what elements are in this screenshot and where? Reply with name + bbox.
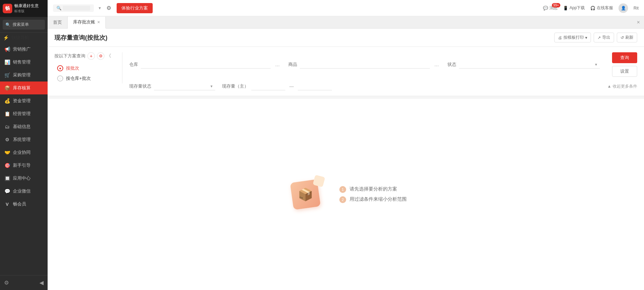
search-icon: 🔍 bbox=[5, 22, 11, 27]
sidebar-item-purchase[interactable]: 🛒 采购管理 bbox=[0, 69, 48, 81]
sidebar-item-newbie[interactable]: 🎯 新手引导 bbox=[0, 159, 48, 172]
page-header: 现存量查询(按批次) 🖨 按模板打印 ▾ ↗ 导出 ↺ 刷新 bbox=[48, 29, 644, 47]
user-avatar: 👤 bbox=[618, 3, 628, 13]
topbar-search[interactable]: 🔍 bbox=[53, 4, 94, 12]
sidebar-header: 畅 畅康通好生意 标准版 bbox=[0, 0, 48, 17]
empty-state: 📦 1 请先选择要分析的方案 2 用过滤条件来缩小分析范围 bbox=[48, 99, 644, 290]
experience-button[interactable]: 体验行业方案 bbox=[117, 3, 153, 13]
filter-panel: 按以下方案查询 + ⚙ 《 ● 按批次 ○ bbox=[48, 47, 644, 96]
operations-icon: 📋 bbox=[4, 111, 10, 117]
sidebar-item-inventory[interactable]: 📦 库存核算 bbox=[0, 81, 48, 94]
message-icon: 💬 bbox=[543, 6, 548, 11]
scheme-warehouse-icon: ○ bbox=[57, 75, 63, 81]
filter-actions: 查询 设置 bbox=[607, 52, 637, 77]
inventory-qty-to-input[interactable] bbox=[298, 82, 332, 90]
sidebar-item-marketing[interactable]: 📢 营销推广 bbox=[0, 43, 48, 56]
messages-badge: 99+ bbox=[552, 3, 560, 7]
refresh-icon: ↺ bbox=[621, 35, 624, 40]
sidebar-item-system[interactable]: ⚙ 系统管理 bbox=[0, 133, 48, 146]
filter-fields-row-2: 现存量状态 ▾ 现存量（主） — bbox=[129, 81, 637, 90]
settings-icon: ⚙ bbox=[4, 280, 9, 286]
add-scheme-button[interactable]: + bbox=[87, 52, 95, 60]
marketing-icon: 📢 bbox=[4, 46, 10, 52]
filter-field-status: 状态 ▾ bbox=[447, 61, 600, 69]
gear-icon: ⚙ bbox=[106, 5, 111, 11]
refresh-button[interactable]: ↺ 刷新 bbox=[617, 33, 637, 42]
page-header-actions: 🖨 按模板打印 ▾ ↗ 导出 ↺ 刷新 bbox=[554, 33, 637, 42]
query-button[interactable]: 查询 bbox=[612, 52, 637, 63]
app-version: 标准版 bbox=[14, 9, 39, 14]
avatar-icon: 👤 bbox=[621, 6, 626, 11]
sidebar-search-button[interactable]: 🔍 搜索菜单 bbox=[3, 20, 45, 30]
basic-icon: 🗂 bbox=[4, 124, 10, 130]
print-icon: 🖨 bbox=[558, 35, 562, 40]
tip-number-1: 1 bbox=[339, 186, 346, 193]
scheme-list: ● 按批次 ○ 按仓库+批次 bbox=[54, 63, 118, 84]
sidebar-item-member[interactable]: V 畅会员 bbox=[0, 198, 48, 211]
sidebar-item-finance[interactable]: 💰 资金管理 bbox=[0, 94, 48, 107]
sidebar-item-quicknav[interactable]: ⚡ 快捷导航 bbox=[0, 33, 48, 43]
inventory-qty-from-input[interactable] bbox=[251, 82, 285, 90]
username-label[interactable]: Rit bbox=[633, 6, 639, 11]
warehouse-more-button[interactable]: … bbox=[273, 60, 282, 69]
collapse-more-button[interactable]: ▲ 收起更多条件 bbox=[607, 84, 637, 89]
sidebar-item-sales[interactable]: 📊 销售管理 bbox=[0, 56, 48, 69]
purchase-icon: 🛒 bbox=[4, 72, 10, 78]
status-select-arrow: ▾ bbox=[595, 62, 597, 67]
print-template-button[interactable]: 🖨 按模板打印 ▾ bbox=[554, 33, 591, 42]
topbar-dropdown-arrow[interactable]: ▾ bbox=[99, 5, 101, 11]
tab-home[interactable]: 首页 bbox=[48, 16, 68, 28]
filter-fields: 仓库 … 商品 … 状态 bbox=[122, 52, 637, 90]
tabbar-close-all-button[interactable]: × bbox=[633, 19, 644, 25]
sidebar-settings-button[interactable]: ⚙ bbox=[3, 278, 10, 287]
online-service-button[interactable]: 🎧 在线客服 bbox=[590, 5, 613, 11]
sidebar-item-basic[interactable]: 🗂 基础信息 bbox=[0, 120, 48, 133]
sidebar-bottom: ⚙ ◀ bbox=[0, 275, 48, 290]
empty-tips: 1 请先选择要分析的方案 2 用过滤条件来缩小分析范围 bbox=[339, 186, 407, 203]
tab-inventory-batch-label: 库存批次账 bbox=[73, 19, 95, 25]
sidebar-nav: ⚡ 快捷导航 📢 营销推广 📊 销售管理 🛒 采购管理 📦 库存核算 💰 资金管… bbox=[0, 33, 48, 275]
messages-button[interactable]: 💬 消息 99+ bbox=[543, 5, 558, 11]
tab-inventory-batch[interactable]: 库存批次账 × bbox=[68, 17, 106, 29]
topbar-search-icon: 🔍 bbox=[56, 6, 62, 11]
warehouse-input[interactable] bbox=[141, 60, 271, 69]
export-icon: ↗ bbox=[597, 35, 601, 40]
collapse-icon: ◀ bbox=[39, 280, 44, 286]
product-input[interactable] bbox=[300, 60, 430, 69]
sidebar: 畅 畅康通好生意 标准版 🔍 搜索菜单 ⚡ 快捷导航 📢 营销推广 📊 销售管理… bbox=[0, 0, 48, 290]
product-label: 商品 bbox=[288, 61, 297, 68]
scheme-item-warehouse-batch[interactable]: ○ 按仓库+批次 bbox=[54, 73, 118, 84]
sidebar-item-wechat[interactable]: 💬 企业微信 bbox=[0, 185, 48, 198]
tab-inventory-batch-close[interactable]: × bbox=[97, 19, 100, 25]
enterprise-icon: 🤝 bbox=[4, 149, 10, 156]
headset-icon: 🎧 bbox=[590, 6, 595, 11]
status-select[interactable]: ▾ bbox=[459, 61, 600, 69]
sidebar-item-operations[interactable]: 📋 经营管理 bbox=[0, 107, 48, 120]
filter-scheme-title: 按以下方案查询 + ⚙ 《 bbox=[54, 52, 118, 60]
product-more-button[interactable]: … bbox=[433, 60, 441, 69]
main-area: 🔍 ▾ ⚙ 体验行业方案 💬 消息 99+ 📱 App下载 🎧 在线客服 👤 bbox=[48, 0, 644, 290]
tab-home-label: 首页 bbox=[53, 19, 62, 25]
sales-icon: 📊 bbox=[4, 59, 10, 65]
scheme-item-batch[interactable]: ● 按批次 bbox=[54, 63, 118, 73]
finance-icon: 💰 bbox=[4, 98, 10, 104]
filter-settings-button[interactable]: 设置 bbox=[612, 66, 637, 77]
filter-field-inventory-status: 现存量状态 ▾ bbox=[129, 83, 215, 90]
export-button[interactable]: ↗ 导出 bbox=[594, 33, 614, 42]
filter-fields-row-1: 仓库 … 商品 … 状态 bbox=[129, 52, 637, 77]
sidebar-item-apps[interactable]: 🔲 应用中心 bbox=[0, 172, 48, 185]
settings-scheme-button[interactable]: ⚙ bbox=[97, 52, 104, 60]
member-icon: V bbox=[4, 201, 10, 207]
scheme-collapse-button[interactable]: 《 bbox=[106, 53, 111, 59]
sidebar-collapse-button[interactable]: ◀ bbox=[38, 278, 45, 287]
topbar-right: 💬 消息 99+ 📱 App下载 🎧 在线客服 👤 Rit bbox=[543, 3, 639, 13]
sidebar-item-enterprise[interactable]: 🤝 企业协同 bbox=[0, 146, 48, 159]
app-download-button[interactable]: 📱 App下载 bbox=[563, 5, 585, 11]
newbie-icon: 🎯 bbox=[4, 162, 10, 168]
apps-icon: 🔲 bbox=[4, 175, 10, 181]
topbar-settings-button[interactable]: ⚙ bbox=[105, 3, 113, 13]
inventory-status-select[interactable]: ▾ bbox=[154, 83, 215, 90]
status-label: 状态 bbox=[447, 61, 456, 68]
topbar: 🔍 ▾ ⚙ 体验行业方案 💬 消息 99+ 📱 App下载 🎧 在线客服 👤 bbox=[48, 0, 644, 16]
filter-row: 按以下方案查询 + ⚙ 《 ● 按批次 ○ bbox=[54, 52, 637, 90]
